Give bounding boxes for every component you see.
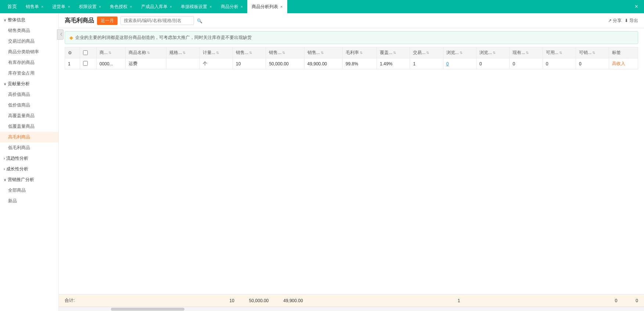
export-button[interactable]: ⬇ 导出 <box>625 18 638 24</box>
col-header-sale-amt[interactable]: 销售... ⇅ <box>266 47 304 58</box>
col-header-gross-margin[interactable]: 毛利率 ⇅ <box>342 47 377 58</box>
nav-product-inbound[interactable]: 产成品入库单 × <box>137 0 176 13</box>
summary-label: 合计: <box>65 297 75 304</box>
sidebar-item-stock-goods[interactable]: 有库存的商品 <box>0 57 58 68</box>
col-header-spec[interactable]: 规格... ⇅ <box>166 47 199 58</box>
sidebar-collapse-button[interactable]: 《 <box>57 29 64 40</box>
close-voucher-template[interactable]: × <box>209 4 212 9</box>
select-all-checkbox[interactable] <box>83 50 88 55</box>
top-navigation: 首页 销售单 × 进货单 × 权限设置 × 角色授权 × 产成品入库单 × 单据… <box>0 0 644 13</box>
sidebar-item-high-value[interactable]: 高价值商品 <box>0 89 58 100</box>
share-button[interactable]: ↗ 分享 <box>608 18 622 24</box>
sidebar-item-traded-goods[interactable]: 交易过的商品 <box>0 36 58 47</box>
sidebar-item-low-margin[interactable]: 低毛利商品 <box>0 142 58 153</box>
sort-icon-current-stock[interactable]: ⇅ <box>526 51 529 55</box>
sidebar-item-new-goods[interactable]: 新品 <box>0 196 58 206</box>
sidebar-section-contribution[interactable]: ∨ 贡献量分析 <box>0 79 58 89</box>
close-role-auth[interactable]: × <box>130 4 132 9</box>
sort-icon-spec[interactable]: ⇅ <box>183 51 186 55</box>
col-header-avail-stock[interactable]: 可用... ⇅ <box>543 47 576 58</box>
sidebar-item-all-goods[interactable]: 全部商品 <box>0 185 58 196</box>
sidebar-item-low-value[interactable]: 低价值商品 <box>0 100 58 111</box>
col-header-sale-qty[interactable]: 销售... ⇅ <box>233 47 266 58</box>
sort-icon-sale-qty[interactable]: ⇅ <box>249 51 252 55</box>
close-all-tabs[interactable]: × <box>632 3 641 10</box>
cell-view1[interactable]: 0 <box>443 58 476 69</box>
arrow-down-icon-3: ∨ <box>4 178 6 182</box>
col-header-unit[interactable]: 计量... ⇅ <box>199 47 233 58</box>
nav-purchase-order[interactable]: 进货单 × <box>48 0 74 13</box>
scrollbar-thumb[interactable] <box>111 308 184 311</box>
filter-recent-month-button[interactable]: 近一月 <box>97 17 118 25</box>
col-header-coverage[interactable]: 覆盖... ⇅ <box>377 47 410 58</box>
sort-icon-sale-profit[interactable]: ⇅ <box>321 51 324 55</box>
table-container[interactable]: ⚙ 商... ⇅ <box>59 47 644 294</box>
close-purchase-order[interactable]: × <box>68 4 70 9</box>
close-permission-settings[interactable]: × <box>99 4 101 9</box>
col-header-view2[interactable]: 浏览... ⇅ <box>476 47 510 58</box>
search-input[interactable] <box>120 16 194 25</box>
summary-sale-qty: 10 <box>230 298 234 303</box>
col-header-current-stock[interactable]: 现有... ⇅ <box>510 47 543 58</box>
view1-link[interactable]: 0 <box>446 61 449 66</box>
sidebar-item-low-coverage[interactable]: 低覆盖量商品 <box>0 121 58 132</box>
sort-icon-sale-stock[interactable]: ⇅ <box>592 51 595 55</box>
horizontal-scrollbar[interactable] <box>59 307 644 311</box>
nav-sales-order[interactable]: 销售单 × <box>21 0 48 13</box>
nav-product-analysis-list[interactable]: 商品分析列表 × <box>247 0 287 13</box>
sidebar-item-category-rate[interactable]: 商品分类助销率 <box>0 47 58 57</box>
sidebar-item-high-margin[interactable]: 高毛利商品 <box>0 132 58 142</box>
sort-icon-trade[interactable]: ⇅ <box>426 51 429 55</box>
sort-icon-view1[interactable]: ⇅ <box>460 51 463 55</box>
sidebar-section-marketing[interactable]: ∨ 营销推广分析 <box>0 174 58 185</box>
nav-product-analysis[interactable]: 商品分析 × <box>216 0 247 13</box>
sort-icon-view2[interactable]: ⇅ <box>493 51 496 55</box>
sidebar-section-overview[interactable]: ∨ 整体信息 <box>0 15 58 25</box>
arrow-right-icon: › <box>4 156 5 160</box>
sort-icon-avail-stock[interactable]: ⇅ <box>559 51 562 55</box>
cell-avail-stock: 0 <box>543 58 576 69</box>
cell-gross-margin: 99.8% <box>342 58 377 69</box>
close-product-inbound[interactable]: × <box>170 4 172 9</box>
sidebar-section-growth[interactable]: › 成长性分析 <box>0 164 58 174</box>
col-header-code[interactable]: 商... ⇅ <box>96 47 126 58</box>
col-header-name[interactable]: 商品名称 ⇅ <box>126 47 166 58</box>
summary-sale-amt: 50,000.00 <box>249 298 269 303</box>
nav-voucher-template[interactable]: 单据模板设置 × <box>176 0 216 13</box>
close-sales-order[interactable]: × <box>41 4 43 9</box>
content-area: 高毛利商品 近一月 🔍 ↗ 分享 ⬇ 导出 ◆ 企业的主要的利润都是这部分商品创… <box>59 13 644 311</box>
col-header-gear[interactable]: ⚙ <box>65 47 80 58</box>
col-header-sale-profit[interactable]: 销售... ⇅ <box>304 47 342 58</box>
cell-name: 运费 <box>126 58 166 69</box>
sort-icon-name[interactable]: ⇅ <box>147 51 150 55</box>
sidebar-section-trend[interactable]: › 流趋性分析 <box>0 153 58 164</box>
status-badge: 高收入 <box>612 61 625 66</box>
sort-icon-gross-margin[interactable]: ⇅ <box>360 51 363 55</box>
col-header-view1[interactable]: 浏览... ⇅ <box>443 47 476 58</box>
sidebar-item-high-coverage[interactable]: 高覆盖量商品 <box>0 111 58 121</box>
sort-icon-sale-amt[interactable]: ⇅ <box>282 51 285 55</box>
cell-checkbox[interactable] <box>80 58 96 69</box>
summary-current-stock: 0 <box>615 298 618 303</box>
search-button[interactable]: 🔍 <box>197 18 202 23</box>
content-header: 高毛利商品 近一月 🔍 ↗ 分享 ⬇ 导出 <box>59 13 644 28</box>
nav-home[interactable]: 首页 <box>3 0 21 13</box>
nav-role-auth[interactable]: 角色授权 × <box>105 0 136 13</box>
col-header-tag: 标签 <box>609 47 638 58</box>
table-row: 1 0000... 运费 个 10 50,000.00 49,900.00 99… <box>65 58 638 69</box>
sort-icon-coverage[interactable]: ⇅ <box>393 51 396 55</box>
sort-icon-code[interactable]: ⇅ <box>108 51 111 55</box>
row-checkbox[interactable] <box>83 61 88 66</box>
summary-sale-profit: 49,900.00 <box>283 298 303 303</box>
col-header-sale-stock[interactable]: 可销... ⇅ <box>576 47 609 58</box>
close-product-analysis-list[interactable]: × <box>280 4 283 9</box>
sidebar-item-stock-capital[interactable]: 库存资金占用 <box>0 68 58 79</box>
cell-current-stock: 0 <box>510 58 543 69</box>
sidebar-item-sales-goods[interactable]: 销售类商品 <box>0 25 58 36</box>
sidebar: ∨ 整体信息 销售类商品 交易过的商品 商品分类助销率 有库存的商品 库存资金占… <box>0 13 59 311</box>
sort-icon-unit[interactable]: ⇅ <box>216 51 219 55</box>
col-header-checkbox[interactable] <box>80 47 96 58</box>
close-product-analysis[interactable]: × <box>241 4 243 9</box>
col-header-trade-count[interactable]: 交易... ⇅ <box>410 47 443 58</box>
nav-permission-settings[interactable]: 权限设置 × <box>75 0 105 13</box>
